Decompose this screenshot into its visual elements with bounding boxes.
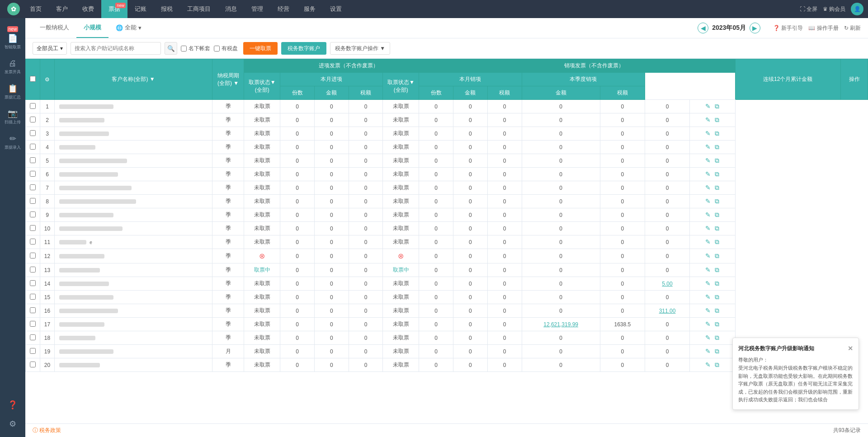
refresh-btn[interactable]: ↻ 刷新 [844, 24, 861, 32]
sidebar-item-invoice-summary[interactable]: 📋 票据汇总 [1, 80, 24, 103]
edit-btn[interactable]: ✎ [704, 238, 712, 245]
fullscreen-btn[interactable]: ⛶ 全屏 [800, 5, 817, 13]
tab-general-taxpayer[interactable]: 一般纳税人 [33, 18, 76, 38]
tab-all[interactable]: 🌐 全能 ▾ [108, 18, 149, 38]
th-tax-period[interactable]: 纳税周期(全部) ▼ [212, 59, 244, 100]
copy-btn[interactable]: ⧉ [713, 130, 721, 137]
edit-btn[interactable]: ✎ [704, 103, 712, 110]
row-checkbox[interactable] [30, 348, 36, 354]
cum-amount-link[interactable]: 311.00 [659, 308, 676, 314]
nav-tax[interactable]: 报税 [154, 0, 180, 18]
copy-btn[interactable]: ⧉ [713, 238, 721, 246]
search-button[interactable]: 🔍 [165, 42, 177, 55]
edit-btn[interactable]: ✎ [704, 320, 712, 328]
edit-btn[interactable]: ✎ [704, 197, 712, 205]
edit-btn[interactable]: ✎ [704, 130, 712, 137]
copy-btn[interactable]: ⧉ [713, 143, 721, 151]
digital-account-ops-btn[interactable]: 税务数字账户操作 ▼ [330, 42, 390, 55]
tax-policy-link[interactable]: ⓘ 税务政策 [33, 427, 61, 434]
logo[interactable]: ✿ [5, 0, 23, 18]
copy-btn[interactable]: ⧉ [713, 320, 721, 328]
copy-btn[interactable]: ⧉ [713, 307, 721, 315]
edit-btn[interactable]: ✎ [704, 184, 712, 191]
edit-btn[interactable]: ✎ [704, 361, 712, 368]
nav-operation[interactable]: 经营 [270, 0, 297, 18]
row-checkbox[interactable] [30, 117, 36, 122]
nav-fee[interactable]: 收费 [75, 0, 101, 18]
checkbox-tax-disk[interactable] [214, 46, 220, 52]
edit-btn[interactable]: ✎ [704, 334, 712, 341]
row-checkbox[interactable] [30, 171, 36, 177]
row-checkbox[interactable] [30, 362, 36, 367]
copy-btn[interactable]: ⧉ [713, 211, 721, 219]
edit-btn[interactable]: ✎ [704, 252, 712, 259]
sidebar-item-invoice-entry[interactable]: ✏ 票据录入 [1, 130, 24, 154]
row-checkbox[interactable] [30, 198, 36, 204]
copy-btn[interactable]: ⧉ [713, 334, 721, 342]
copy-btn[interactable]: ⧉ [713, 116, 721, 124]
copy-btn[interactable]: ⧉ [713, 348, 721, 355]
nav-client[interactable]: 客户 [49, 0, 75, 18]
copy-btn[interactable]: ⧉ [713, 266, 721, 274]
th-in-ticket-status[interactable]: 取票状态▼(全部) [244, 73, 280, 100]
edit-btn[interactable]: ✎ [704, 170, 712, 178]
edit-btn[interactable]: ✎ [704, 157, 712, 164]
copy-btn[interactable]: ⧉ [713, 170, 721, 178]
edit-btn[interactable]: ✎ [704, 211, 712, 218]
th-client-name[interactable]: 客户名称(全部) ▼ [55, 59, 212, 100]
qtr-amount-link[interactable]: 12,621,319.99 [543, 321, 578, 328]
nav-manage[interactable]: 管理 [244, 0, 270, 18]
sidebar-item-scan-upload[interactable]: 📷 扫描上传 [1, 105, 24, 128]
edit-btn[interactable]: ✎ [704, 348, 712, 355]
checkbox-account[interactable] [181, 46, 187, 52]
row-checkbox[interactable] [30, 225, 36, 231]
copy-btn[interactable]: ⧉ [713, 293, 721, 301]
copy-btn[interactable]: ⧉ [713, 103, 721, 110]
edit-btn[interactable]: ✎ [704, 307, 712, 314]
checkbox-tax-disk-label[interactable]: 有税盘 [214, 45, 238, 52]
sidebar-item-smart-ticket[interactable]: new 📄 智能取票 [1, 23, 24, 53]
row-checkbox[interactable] [30, 280, 36, 286]
row-checkbox[interactable] [30, 184, 36, 190]
notification-close-btn[interactable]: ✕ [848, 343, 853, 353]
edit-btn[interactable]: ✎ [704, 225, 712, 232]
sidebar-item-invoice-open[interactable]: 🖨 发票开具 [1, 55, 24, 78]
employee-select[interactable]: 全部员工 ▾ [33, 42, 67, 55]
nav-invoice[interactable]: 票据 new [101, 0, 127, 18]
nav-settings[interactable]: 设置 [323, 0, 349, 18]
row-checkbox[interactable] [30, 130, 36, 136]
nav-service[interactable]: 服务 [297, 0, 323, 18]
tab-small-scale[interactable]: 小规模 [76, 18, 108, 38]
copy-btn[interactable]: ⧉ [713, 361, 721, 369]
edit-btn[interactable]: ✎ [704, 293, 712, 301]
edit-btn[interactable]: ✎ [704, 116, 712, 123]
cum-amount-link[interactable]: 5.00 [662, 281, 672, 287]
copy-btn[interactable]: ⧉ [713, 252, 721, 260]
manual-btn[interactable]: 📖 操作手册 [808, 24, 838, 32]
member-btn[interactable]: ♛ 购会员 [823, 5, 845, 13]
sidebar-item-settings[interactable]: ⚙ [1, 415, 24, 432]
row-checkbox[interactable] [30, 307, 36, 313]
nav-accounting[interactable]: 记账 [127, 0, 154, 18]
edit-btn[interactable]: ✎ [704, 143, 712, 150]
next-month-btn[interactable]: ▶ [750, 23, 760, 33]
edit-btn[interactable]: ✎ [704, 280, 712, 287]
row-checkbox[interactable] [30, 253, 36, 258]
copy-btn[interactable]: ⧉ [713, 197, 721, 205]
select-all-checkbox[interactable] [30, 76, 36, 82]
copy-btn[interactable]: ⧉ [713, 225, 721, 232]
nav-home[interactable]: 首页 [23, 0, 49, 18]
edit-btn[interactable]: ✎ [704, 266, 712, 273]
row-checkbox[interactable] [30, 211, 36, 217]
copy-btn[interactable]: ⧉ [713, 280, 721, 287]
new-guide-btn[interactable]: ❓ 新手引导 [773, 24, 803, 32]
copy-btn[interactable]: ⧉ [713, 157, 721, 164]
row-checkbox[interactable] [30, 294, 36, 300]
prev-month-btn[interactable]: ◀ [698, 23, 708, 33]
user-avatar[interactable]: 👤 [851, 3, 863, 15]
row-checkbox[interactable] [30, 239, 36, 244]
row-checkbox[interactable] [30, 144, 36, 150]
row-checkbox[interactable] [30, 267, 36, 273]
digital-account-btn[interactable]: 税务数字账户 [281, 42, 326, 55]
one-click-fetch-btn[interactable]: 一键取票 [243, 42, 278, 55]
